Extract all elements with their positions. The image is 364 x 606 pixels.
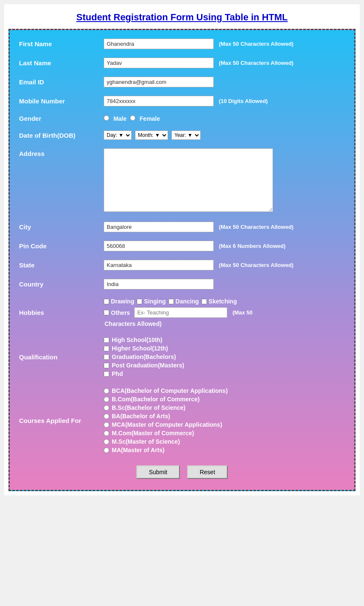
course-mca: MCA(Master of Computer Applications): [104, 420, 345, 429]
address-input-cell: [99, 144, 350, 217]
qual-graduation-checkbox[interactable]: [104, 354, 109, 360]
course-bca-label: BCA(Bachelor of Computer Applications): [112, 387, 228, 394]
qual-highschool-checkbox[interactable]: [104, 337, 109, 343]
dob-year-select[interactable]: Year: ▼202420232022202120202019201820172…: [171, 131, 201, 140]
country-input[interactable]: [104, 279, 214, 289]
hobby-others-label: Others: [111, 309, 130, 316]
qualification-list: High School(10th) Higher School(12th) Gr…: [104, 336, 345, 378]
address-textarea[interactable]: [104, 148, 273, 212]
course-bcom-radio[interactable]: [104, 397, 109, 402]
state-row: State (Max 50 Characters Allowed): [14, 256, 350, 275]
form-table: First Name (Max 50 Characters Allowed) L…: [14, 34, 350, 486]
qual-graduation-label: Graduation(Bachelors): [112, 353, 176, 360]
city-input[interactable]: [104, 222, 214, 232]
hobby-drawing-label: Drawing: [111, 298, 134, 305]
qual-higherschool-checkbox[interactable]: [104, 346, 109, 351]
qual-phd: Phd: [104, 370, 345, 378]
qual-highschool-label: High School(10th): [112, 336, 163, 343]
first-name-input[interactable]: [104, 39, 214, 49]
course-mcom-radio[interactable]: [104, 431, 109, 436]
qual-higherschool: Higher School(12th): [104, 344, 345, 353]
pincode-input[interactable]: [104, 241, 214, 251]
mobile-label: Mobile Number: [14, 92, 99, 111]
hobby-dancing-label: Dancing: [176, 298, 199, 305]
dob-month-select[interactable]: Month: ▼JanFebMarAprMayJunJulAugSepOctNo…: [135, 131, 168, 140]
qual-postgrad: Post Graduation(Masters): [104, 361, 345, 370]
course-msc: M.Sc(Master of Science): [104, 437, 345, 446]
qual-phd-checkbox[interactable]: [104, 371, 109, 377]
first-name-input-cell: (Max 50 Characters Allowed): [99, 34, 350, 53]
first-name-row: First Name (Max 50 Characters Allowed): [14, 34, 350, 53]
registration-form: First Name (Max 50 Characters Allowed) L…: [14, 34, 350, 486]
form-container: First Name (Max 50 Characters Allowed) L…: [8, 29, 356, 491]
reset-button[interactable]: Reset: [187, 465, 228, 479]
courses-row: Courses Applied For BCA(Bachelor of Comp…: [14, 382, 350, 459]
gender-label: Gender: [14, 111, 99, 126]
dob-input-cell: Day: ▼1234567891011121314151617181920212…: [99, 126, 350, 144]
mobile-hint: (10 Digits Allowed): [219, 98, 268, 104]
course-bsc: B.Sc(Bachelor of Science): [104, 403, 345, 412]
hobbies-others-row: Others (Max 50: [104, 307, 345, 318]
state-hint: (Max 50 Characters Allowed): [219, 262, 294, 268]
dob-day-select[interactable]: Day: ▼1234567891011121314151617181920212…: [104, 131, 132, 140]
course-ba-radio[interactable]: [104, 414, 109, 419]
page-title[interactable]: Student Registration Form Using Table in…: [76, 12, 287, 22]
last-name-input-cell: (Max 50 Characters Allowed): [99, 53, 350, 72]
first-name-hint: (Max 50 Characters Allowed): [219, 41, 294, 47]
address-label: Address: [14, 144, 99, 217]
city-hint: (Max 50 Characters Allowed): [219, 224, 294, 230]
hobby-dancing-checkbox[interactable]: [168, 299, 174, 304]
submit-cell: Submit Reset: [14, 459, 350, 486]
course-mcom: M.Com(Master of Commerce): [104, 429, 345, 437]
submit-button[interactable]: Submit: [136, 465, 180, 479]
dob-row: Date of Birth(DOB) Day: ▼123456789101112…: [14, 126, 350, 144]
hobby-drawing-checkbox[interactable]: [104, 299, 109, 304]
gender-male-radio[interactable]: [104, 115, 109, 121]
course-ba-label: BA(Bachelor of Arts): [112, 413, 170, 420]
gender-female-radio[interactable]: [130, 115, 135, 121]
email-row: Email ID: [14, 72, 350, 92]
hobby-hint-continuation: Characters Allowed): [104, 320, 345, 327]
last-name-input[interactable]: [104, 58, 214, 68]
submit-row: Submit Reset: [14, 459, 350, 486]
course-ma-radio[interactable]: [104, 448, 109, 453]
page-title-container: Student Registration Form Using Table in…: [4, 4, 360, 29]
state-label: State: [14, 256, 99, 275]
country-row: Country: [14, 275, 350, 294]
course-ma: MA(Master of Arts): [104, 446, 345, 454]
hobbies-row: Hobbies Drawing Singing Dancing Sketchin…: [14, 294, 350, 331]
address-row: Address: [14, 144, 350, 217]
last-name-row: Last Name (Max 50 Characters Allowed): [14, 53, 350, 72]
course-mca-label: MCA(Master of Computer Applications): [112, 421, 222, 428]
course-mca-radio[interactable]: [104, 422, 109, 428]
course-msc-radio[interactable]: [104, 439, 109, 445]
email-label: Email ID: [14, 72, 99, 92]
gender-row: Gender Male Female: [14, 111, 350, 126]
gender-female-label: Female: [140, 115, 160, 122]
qual-higherschool-label: Higher School(12th): [112, 345, 168, 352]
course-bsc-radio[interactable]: [104, 405, 109, 411]
first-name-label: First Name: [14, 34, 99, 53]
course-bcom: B.Com(Bachelor of Commerce): [104, 395, 345, 403]
hobby-others-hint: (Max 50: [232, 309, 253, 316]
hobby-others-checkbox[interactable]: [104, 310, 109, 315]
qual-highschool: High School(10th): [104, 336, 345, 344]
pincode-input-cell: (Max 6 Numbers Allowed): [99, 236, 350, 256]
qualification-row: Qualification High School(10th) Higher S…: [14, 331, 350, 382]
pincode-label: Pin Code: [14, 236, 99, 256]
qualification-input-cell: High School(10th) Higher School(12th) Gr…: [99, 331, 350, 382]
state-input[interactable]: [104, 260, 214, 270]
hobby-others-input[interactable]: [134, 307, 227, 318]
course-mcom-label: M.Com(Master of Commerce): [112, 430, 194, 436]
city-label: City: [14, 217, 99, 236]
hobby-sketching-label: Sketching: [209, 298, 237, 305]
pincode-row: Pin Code (Max 6 Numbers Allowed): [14, 236, 350, 256]
qual-postgrad-checkbox[interactable]: [104, 363, 109, 368]
hobby-sketching-checkbox[interactable]: [201, 299, 207, 304]
mobile-input[interactable]: [104, 96, 214, 106]
gender-input-cell: Male Female: [99, 111, 350, 126]
hobby-singing-checkbox[interactable]: [137, 299, 142, 304]
course-bca-radio[interactable]: [104, 388, 109, 394]
email-input[interactable]: [104, 77, 214, 87]
country-label: Country: [14, 275, 99, 294]
